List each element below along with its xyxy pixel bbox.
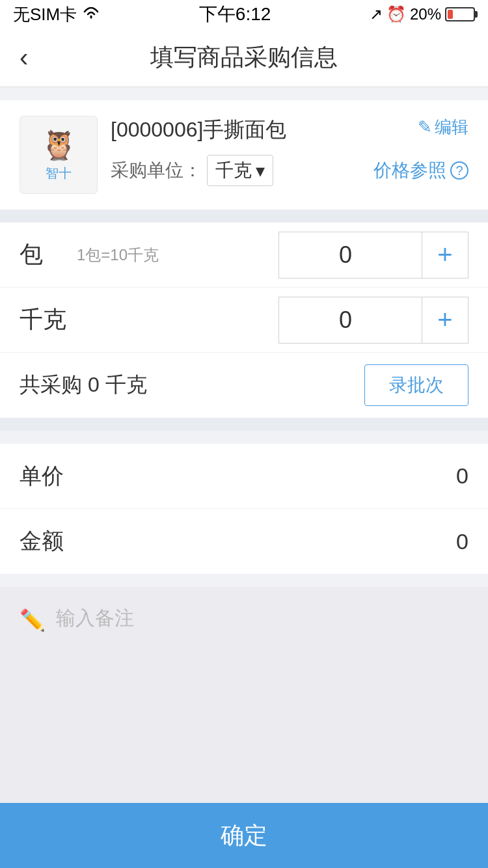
total-label: 共采购 0 千克 <box>20 371 147 400</box>
edit-icon: ✎ <box>418 117 432 137</box>
location-icon: ↗ <box>370 5 383 23</box>
qty-input-wrap-kg: + <box>278 297 468 344</box>
status-right: ↗ ⏰ 20% <box>370 5 475 23</box>
batch-button[interactable]: 录批次 <box>364 364 468 406</box>
wifi-icon <box>82 5 100 25</box>
amount-value: 0 <box>456 529 468 554</box>
status-bar: 无SIM卡 下午6:12 ↗ ⏰ 20% <box>0 0 488 29</box>
edit-button[interactable]: ✎ 编辑 <box>418 116 468 139</box>
confirm-label: 确定 <box>221 820 267 852</box>
detail-section: 单价 0 金额 0 <box>0 444 488 574</box>
product-thumbnail: 🦉 智十 <box>20 116 98 194</box>
qty-input-bao[interactable] <box>278 232 422 278</box>
quantity-section: 包 1包=10千克 + 千克 + <box>0 223 488 353</box>
battery-percent: 20% <box>410 5 441 23</box>
price-value: 0 <box>456 463 468 489</box>
qty-row-bao: 包 1包=10千克 + <box>0 223 488 288</box>
qty-input-kg[interactable] <box>278 297 422 344</box>
product-card: 🦉 智十 [0000006]手撕面包 ✎ 编辑 采购单位： 千克 ▾ 价格参照 … <box>0 100 488 210</box>
battery-icon <box>445 7 475 21</box>
qty-label-bao: 包 <box>20 239 72 271</box>
total-row: 共采购 0 千克 录批次 <box>0 353 488 418</box>
unit-label: 采购单位： <box>111 158 202 183</box>
price-ref-button[interactable]: 价格参照 ? <box>373 158 468 183</box>
edit-label: 编辑 <box>435 116 468 139</box>
carrier-label: 无SIM卡 <box>13 3 77 26</box>
divider-1 <box>0 210 488 223</box>
qty-plus-kg[interactable]: + <box>422 297 468 344</box>
dropdown-icon: ▾ <box>256 160 265 182</box>
status-left: 无SIM卡 <box>13 3 100 26</box>
help-icon: ? <box>450 161 468 180</box>
confirm-bar[interactable]: 确定 <box>0 803 488 868</box>
product-thumb-text: 智十 <box>46 165 72 182</box>
qty-label-kg: 千克 <box>20 304 72 336</box>
price-ref-label: 价格参照 <box>373 158 446 183</box>
unit-value: 千克 <box>215 158 252 183</box>
product-top-row: [0000006]手撕面包 ✎ 编辑 <box>111 116 468 144</box>
qty-input-wrap-bao: + <box>278 232 468 278</box>
product-info: [0000006]手撕面包 ✎ 编辑 采购单位： 千克 ▾ 价格参照 ? <box>111 116 468 186</box>
amount-row: 金额 0 <box>0 509 488 574</box>
product-name: [0000006]手撕面包 <box>111 116 418 144</box>
qty-sublabel-bao: 1包=10千克 <box>77 245 278 265</box>
qty-row-kg: 千克 + <box>0 288 488 353</box>
back-button[interactable]: ‹ <box>20 43 28 72</box>
product-unit-row: 采购单位： 千克 ▾ 价格参照 ? <box>111 155 468 186</box>
qty-plus-bao[interactable]: + <box>422 232 468 278</box>
remark-placeholder: 输入备注 <box>56 605 134 632</box>
divider-2 <box>0 418 488 431</box>
batch-label: 录批次 <box>389 373 444 398</box>
status-time: 下午6:12 <box>199 2 271 27</box>
product-thumb-icon: 🦉 <box>41 128 77 162</box>
price-row: 单价 0 <box>0 444 488 509</box>
pencil-icon: ✏️ <box>20 608 46 632</box>
alarm-icon: ⏰ <box>386 5 406 23</box>
nav-bar: ‹ 填写商品采购信息 <box>0 29 488 87</box>
amount-label: 金额 <box>20 526 64 556</box>
price-label: 单价 <box>20 461 64 491</box>
page-title: 填写商品采购信息 <box>150 42 338 74</box>
unit-select[interactable]: 千克 ▾ <box>207 155 273 186</box>
